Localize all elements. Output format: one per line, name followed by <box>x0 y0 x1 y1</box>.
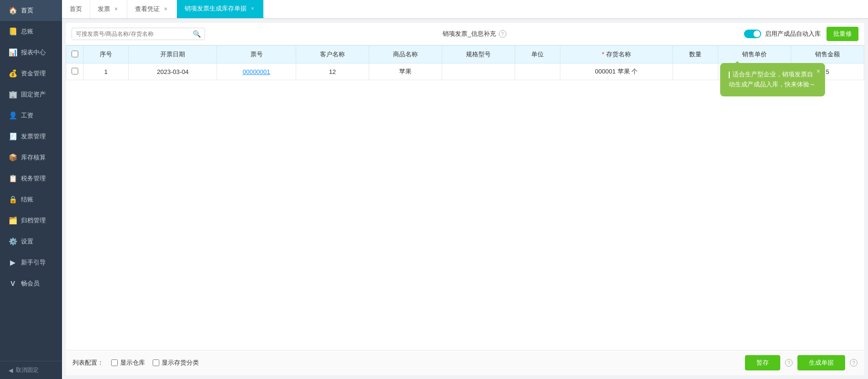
unpin-icon: ◀ <box>9 367 13 374</box>
sidebar-item-home[interactable]: 🏠 首页 <box>0 0 62 21</box>
ticket-no-link[interactable]: 00000001 <box>243 68 270 75</box>
sidebar-item-funds[interactable]: 💰 资金管理 <box>0 63 62 84</box>
ledger-icon: 📒 <box>9 27 17 36</box>
select-all-checkbox[interactable] <box>72 51 78 57</box>
tooltip-text: 适合生产型企业，销项发票自动生成产成品入库，快来体验～ <box>729 71 816 88</box>
guide-icon: ▶ <box>9 258 17 267</box>
show-category-label[interactable]: 显示存货分类 <box>153 358 199 367</box>
sidebar-item-ledger[interactable]: 📒 总账 <box>0 21 62 42</box>
tab-voucher-close[interactable]: × <box>163 5 169 13</box>
sidebar-label-archive: 归档管理 <box>21 216 46 225</box>
show-warehouse-text: 显示仓库 <box>120 358 145 367</box>
sidebar-item-member[interactable]: V 畅会员 <box>0 273 62 294</box>
col-seq: 序号 <box>83 46 129 63</box>
tab-inventory-receipt-close[interactable]: × <box>249 5 256 12</box>
tab-invoice[interactable]: 发票 × <box>90 0 127 18</box>
col-customer: 客户名称 <box>296 46 369 63</box>
sidebar-item-archive[interactable]: 🗂️ 归档管理 <box>0 210 62 231</box>
col-ticket-no: 票号 <box>217 46 296 63</box>
row-unit <box>515 63 560 80</box>
bottom-bar: 列表配置： 显示仓库 显示存货分类 暂存 ? 生成单据 ? <box>66 350 864 375</box>
auto-warehouse-toggle[interactable] <box>744 30 761 38</box>
sidebar-label-tax: 税务管理 <box>21 174 46 183</box>
search-icon: 🔍 <box>193 30 201 38</box>
inventory-icon: 📦 <box>9 153 17 162</box>
list-config-label: 列表配置： <box>72 358 103 367</box>
sidebar-item-tax[interactable]: 📋 税务管理 <box>0 168 62 189</box>
col-date: 开票日期 <box>129 46 217 63</box>
sidebar-label-settings: 设置 <box>21 237 33 246</box>
sidebar-item-payroll[interactable]: 👤 工资 <box>0 105 62 126</box>
row-inventory: 000001 苹果 个 <box>560 63 672 80</box>
save-button[interactable]: 暂存 <box>745 355 780 370</box>
row-seq: 1 <box>83 63 129 80</box>
tooltip-bubble: × 适合生产型企业，销项发票自动生成产成品入库，快来体验～ <box>720 63 825 96</box>
payroll-icon: 👤 <box>9 111 17 120</box>
sidebar-label-ledger: 总账 <box>21 27 33 36</box>
home-icon: 🏠 <box>9 6 17 15</box>
settings-icon: ⚙️ <box>9 237 17 246</box>
search-box[interactable]: 🔍 <box>72 28 205 40</box>
show-category-checkbox[interactable] <box>153 359 159 366</box>
tooltip-cursor <box>729 72 730 78</box>
row-qty <box>672 63 718 80</box>
sidebar-label-invoice: 发票管理 <box>21 132 46 141</box>
col-unit: 单位 <box>515 46 560 63</box>
toggle-label: 启用产成品自动入库 <box>765 30 821 38</box>
info-icon[interactable]: ? <box>499 30 506 38</box>
toolbar: 🔍 销项发票_信息补充 ? 启用产成品自动入库 批量修 <box>66 23 864 45</box>
generate-button[interactable]: 生成单据 <box>797 355 845 370</box>
closing-icon: 🔒 <box>9 195 17 204</box>
archive-icon: 🗂️ <box>9 216 17 225</box>
sidebar-item-settings[interactable]: ⚙️ 设置 <box>0 231 62 252</box>
reports-icon: 📊 <box>9 48 17 57</box>
tab-inventory-receipt[interactable]: 销项发票生成库存单据 × <box>177 0 264 18</box>
row-checkbox[interactable] <box>72 68 78 74</box>
sidebar-item-inventory[interactable]: 📦 库存核算 <box>0 147 62 168</box>
tab-voucher-label: 查看凭证 <box>135 5 160 13</box>
row-product: 苹果 <box>369 63 442 80</box>
col-inventory: * 存货名称 <box>560 46 672 63</box>
sidebar-label-payroll: 工资 <box>21 111 33 120</box>
sidebar-item-reports[interactable]: 📊 报表中心 <box>0 42 62 63</box>
sidebar-item-invoice[interactable]: 🧾 发票管理 <box>0 126 62 147</box>
generate-info-icon[interactable]: ? <box>850 359 858 367</box>
show-warehouse-checkbox[interactable] <box>111 359 118 366</box>
toggle-knob <box>754 31 760 37</box>
select-all-header[interactable] <box>66 46 83 63</box>
unpin-label: 取消固定 <box>16 366 39 374</box>
sidebar-item-assets[interactable]: 🏢 固定资产 <box>0 84 62 105</box>
sidebar-label-closing: 结账 <box>21 195 33 204</box>
col-unit-price: 销售单价 <box>718 46 791 63</box>
sidebar: 🏠 首页 📒 总账 📊 报表中心 💰 资金管理 🏢 固定资产 👤 工资 🧾 发票… <box>0 0 62 379</box>
batch-button[interactable]: 批量修 <box>827 27 858 41</box>
page-wrapper: 🔍 销项发票_信息补充 ? 启用产成品自动入库 批量修 <box>62 19 868 379</box>
col-amount: 销售金额 <box>791 46 864 63</box>
toggle-area: 启用产成品自动入库 <box>744 30 821 38</box>
show-warehouse-label[interactable]: 显示仓库 <box>111 358 145 367</box>
row-date: 2023-03-04 <box>129 63 217 80</box>
row-ticket-no[interactable]: 00000001 <box>217 63 296 80</box>
col-product: 商品名称 <box>369 46 442 63</box>
main-area: 首页 发票 × 查看凭证 × 销项发票生成库存单据 × 🔍 销项发票_信息补充 <box>62 0 868 379</box>
search-input[interactable] <box>76 31 190 37</box>
funds-icon: 💰 <box>9 69 17 78</box>
tab-invoice-label: 发票 <box>98 5 110 13</box>
sidebar-item-closing[interactable]: 🔒 结账 <box>0 189 62 210</box>
bottom-actions: 暂存 ? 生成单据 ? <box>745 355 858 370</box>
col-qty: 数量 <box>672 46 718 63</box>
tab-voucher[interactable]: 查看凭证 × <box>127 0 177 18</box>
tooltip-close-button[interactable]: × <box>816 66 820 76</box>
sidebar-label-home: 首页 <box>21 6 33 15</box>
sidebar-item-guide[interactable]: ▶ 新手引导 <box>0 252 62 273</box>
required-mark: * <box>602 51 606 58</box>
sidebar-label-member: 畅会员 <box>21 279 40 288</box>
row-checkbox-cell[interactable] <box>66 63 83 80</box>
show-category-text: 显示存货分类 <box>162 358 199 367</box>
tab-home-label: 首页 <box>70 5 82 13</box>
assets-icon: 🏢 <box>9 90 17 99</box>
tab-home[interactable]: 首页 <box>62 0 90 18</box>
save-info-icon[interactable]: ? <box>785 359 793 367</box>
unpin-button[interactable]: ◀ 取消固定 <box>0 361 62 379</box>
tab-invoice-close[interactable]: × <box>113 5 119 13</box>
